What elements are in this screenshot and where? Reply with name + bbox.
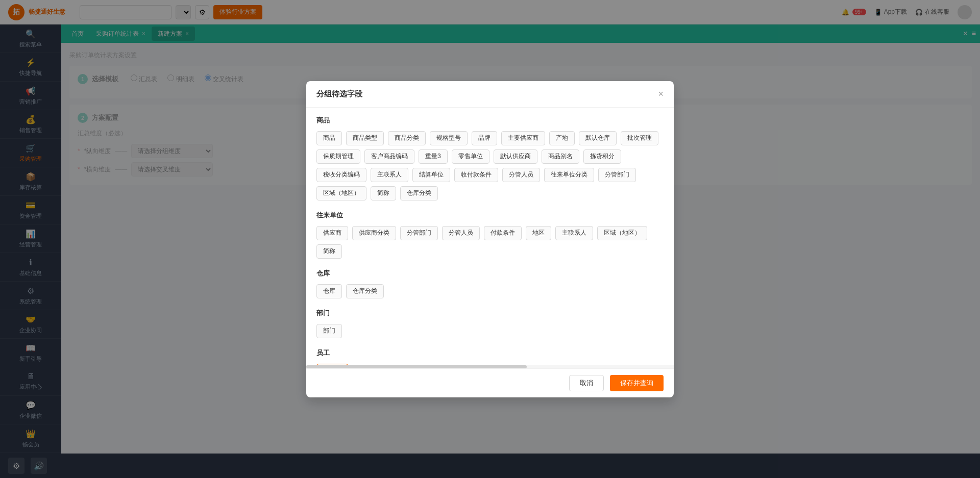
modal-title: 分组待选字段 <box>316 89 362 99</box>
field-tag-customer-code[interactable]: 客户商品编码 <box>364 149 414 164</box>
field-tag-manager[interactable]: 分管人员 <box>502 168 540 182</box>
modal-body: 商品 商品 商品类型 商品分类 规格型号 品牌 主要供应商 产地 默认仓库 批次… <box>306 108 674 365</box>
field-tag-dept[interactable]: 分管部门 <box>598 168 636 182</box>
field-tag-brand[interactable]: 品牌 <box>472 131 497 145</box>
field-tag-tax-code[interactable]: 税收分类编码 <box>316 168 366 182</box>
field-tag-warehouse-cat[interactable]: 仓库分类 <box>346 284 384 298</box>
field-tag-manage-dept[interactable]: 分管部门 <box>400 226 438 240</box>
field-tag-settlement-unit[interactable]: 结算单位 <box>412 168 450 182</box>
field-tag-batch-manage[interactable]: 批次管理 <box>621 131 658 145</box>
modal-overlay: 分组待选字段 × 商品 商品 商品类型 商品分类 规格型号 品牌 主要供应商 产… <box>0 0 980 478</box>
field-tag-region[interactable]: 区域（地区） <box>316 186 366 200</box>
section-warehouse-title: 仓库 <box>316 269 664 278</box>
field-tag-retail-unit[interactable]: 零售单位 <box>452 149 489 164</box>
field-tag-pick-score[interactable]: 拣货积分 <box>583 149 621 164</box>
section-product: 商品 商品 商品类型 商品分类 规格型号 品牌 主要供应商 产地 默认仓库 批次… <box>316 116 664 200</box>
section-counterpart-title: 往来单位 <box>316 211 664 220</box>
field-tag-payment-cond[interactable]: 付款条件 <box>484 226 522 240</box>
field-tag-product[interactable]: 商品 <box>316 131 342 145</box>
field-tag-short-name[interactable]: 简称 <box>371 186 396 200</box>
field-tag-abbr[interactable]: 简称 <box>316 244 342 259</box>
field-tag-supplier-category[interactable]: 供应商分类 <box>352 226 396 240</box>
field-tag-warehouse[interactable]: 仓库 <box>316 284 342 298</box>
field-tag-main-supplier[interactable]: 主要供应商 <box>501 131 545 145</box>
section-department-title: 部门 <box>316 309 664 318</box>
field-tag-default-supplier[interactable]: 默认供应商 <box>494 149 537 164</box>
section-employee-title: 员工 <box>316 348 664 358</box>
modal-footer: 取消 保存并查询 <box>306 368 674 397</box>
field-tag-main-contact2[interactable]: 主联系人 <box>555 226 593 240</box>
field-tag-supplier[interactable]: 供应商 <box>316 226 348 240</box>
field-tag-manage-person[interactable]: 分管人员 <box>442 226 480 240</box>
modal-save-button[interactable]: 保存并查询 <box>610 375 664 391</box>
modal: 分组待选字段 × 商品 商品 商品类型 商品分类 规格型号 品牌 主要供应商 产… <box>306 81 674 397</box>
field-tag-region2[interactable]: 区域（地区） <box>597 226 647 240</box>
field-tag-expiry-manage[interactable]: 保质期管理 <box>316 149 360 164</box>
modal-header: 分组待选字段 × <box>306 81 674 108</box>
field-tag-department[interactable]: 部门 <box>316 324 342 338</box>
field-tag-main-contact[interactable]: 主联系人 <box>371 168 408 182</box>
section-product-tags: 商品 商品类型 商品分类 规格型号 品牌 主要供应商 产地 默认仓库 批次管理 … <box>316 131 664 200</box>
field-tag-spec-model[interactable]: 规格型号 <box>430 131 468 145</box>
section-product-title: 商品 <box>316 116 664 125</box>
section-counterpart: 往来单位 供应商 供应商分类 分管部门 分管人员 付款条件 地区 主联系人 区域… <box>316 211 664 259</box>
modal-cancel-button[interactable]: 取消 <box>569 375 604 391</box>
field-tag-product-alias[interactable]: 商品别名 <box>542 149 579 164</box>
section-employee: 员工 业务员 <box>316 348 664 365</box>
modal-horizontal-scrollbar[interactable] <box>306 365 674 368</box>
field-tag-payment-terms[interactable]: 收付款条件 <box>454 168 498 182</box>
section-counterpart-tags: 供应商 供应商分类 分管部门 分管人员 付款条件 地区 主联系人 区域（地区） … <box>316 226 664 259</box>
field-tag-product-type[interactable]: 商品类型 <box>346 131 384 145</box>
field-tag-origin[interactable]: 产地 <box>549 131 575 145</box>
modal-hscroll-thumb <box>306 365 527 368</box>
modal-close-button[interactable]: × <box>658 89 664 98</box>
field-tag-area[interactable]: 地区 <box>526 226 551 240</box>
field-tag-counterpart-category[interactable]: 往来单位分类 <box>544 168 594 182</box>
field-tag-default-warehouse[interactable]: 默认仓库 <box>579 131 617 145</box>
field-tag-weight[interactable]: 重量3 <box>419 149 448 164</box>
field-tag-product-category[interactable]: 商品分类 <box>388 131 426 145</box>
section-warehouse-tags: 仓库 仓库分类 <box>316 284 664 298</box>
section-department-tags: 部门 <box>316 324 664 338</box>
section-warehouse: 仓库 仓库 仓库分类 <box>316 269 664 298</box>
field-tag-warehouse-category[interactable]: 仓库分类 <box>400 186 438 200</box>
section-department: 部门 部门 <box>316 309 664 338</box>
